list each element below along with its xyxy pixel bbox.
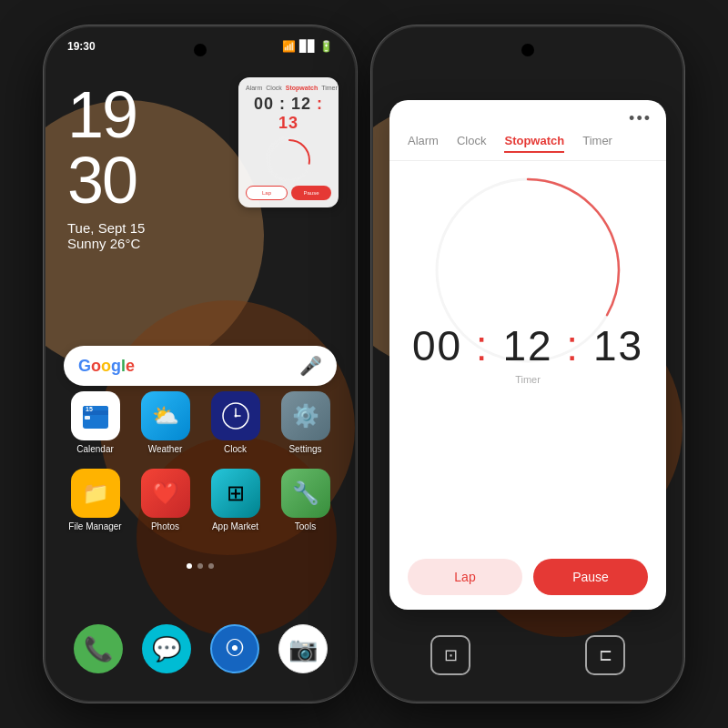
signal-icon: ▊▊ (299, 40, 316, 53)
home-hour: 19 (67, 78, 136, 151)
calendar-icon: 15 (71, 391, 120, 440)
navigation-bar: ⊡ ⊏ (373, 635, 682, 675)
clock-icon (211, 391, 260, 440)
sw-hours: 00 (412, 322, 462, 369)
dot-2 (197, 563, 203, 569)
tab-stopwatch[interactable]: Stopwatch (504, 134, 564, 153)
app-grid: 15 Calendar ⛅ Weather Clock ⚙️ Settings (60, 391, 340, 546)
market-label: App Market (212, 521, 258, 531)
page-dots (46, 563, 355, 569)
clock-main-content: 00 : 12 : 13 Timer (389, 161, 666, 544)
dot-3 (208, 563, 214, 569)
svg-rect-5 (85, 416, 90, 420)
mini-progress-circle (266, 136, 311, 182)
sw-seconds: 13 (593, 322, 643, 369)
photos-icon: ❤️ (141, 469, 190, 518)
tab-timer[interactable]: Timer (582, 134, 612, 153)
app-calendar[interactable]: 15 Calendar (66, 391, 125, 454)
app-tools[interactable]: 🔧 Tools (277, 469, 335, 531)
photos-label: Photos (151, 521, 179, 531)
weather-icon: ⛅ (141, 391, 190, 440)
home-minute: 30 (67, 144, 136, 217)
mini-buttons[interactable]: Lap Pause (246, 186, 331, 200)
filemanager-icon: 📁 (71, 469, 120, 518)
mini-tabs: Alarm Clock Stopwatch Timer (246, 85, 331, 91)
home-screen: 19:30 📶 ▊▊ 🔋 19 30 Tue, Sept 15 Sunny 26… (46, 27, 355, 701)
market-icon: ⊞ (211, 469, 260, 518)
sw-colon2: : (553, 322, 593, 369)
mini-tab-timer: Timer (321, 85, 338, 91)
mini-tab-alarm: Alarm (246, 85, 262, 91)
clock-app-screen: ••• Alarm Clock Stopwatch Timer 00 : 12 … (373, 27, 682, 701)
sw-label: Timer (515, 374, 541, 385)
home-date: Tue, Sept 15 Sunny 26°C (67, 220, 145, 251)
right-camera-hole (521, 44, 534, 56)
filemanager-label: File Manager (68, 521, 121, 531)
mini-tab-stopwatch: Stopwatch (286, 85, 318, 91)
clock-app-header: ••• (389, 100, 666, 134)
clock-label: Clock (224, 444, 247, 454)
app-market[interactable]: ⊞ App Market (207, 469, 265, 531)
mini-arc-svg (267, 137, 312, 183)
home-clock-widget: 19 30 Tue, Sept 15 Sunny 26°C (67, 82, 145, 251)
svg-text:15: 15 (86, 406, 93, 412)
weather-label: Weather (148, 444, 183, 454)
clock-tabs: Alarm Clock Stopwatch Timer (389, 134, 666, 161)
google-logo: Google (78, 357, 135, 376)
battery-icon: 🔋 (319, 40, 333, 53)
dock-browser[interactable]: ⦿ (210, 624, 259, 673)
app-settings[interactable]: ⚙️ Settings (277, 391, 335, 454)
sw-colon1: : (462, 322, 502, 369)
camera-hole (194, 44, 207, 56)
home-time: 19 30 (67, 82, 145, 213)
app-filemanager[interactable]: 📁 File Manager (66, 469, 125, 531)
lap-button[interactable]: Lap (408, 559, 522, 595)
status-icons: 📶 ▊▊ 🔋 (282, 40, 333, 53)
stopwatch-display: 00 : 12 : 13 (412, 321, 643, 370)
app-row-1: 15 Calendar ⛅ Weather Clock ⚙️ Settings (60, 391, 340, 454)
dock-camera[interactable]: 📷 (278, 624, 328, 673)
tools-icon: 🔧 (281, 469, 330, 518)
clock-action-buttons: Lap Pause (389, 544, 666, 610)
google-search-bar[interactable]: Google 🎤 (64, 346, 337, 386)
mini-lap-button[interactable]: Lap (246, 186, 288, 200)
dock-messages[interactable]: 💬 (142, 624, 191, 673)
mini-pause-button[interactable]: Pause (291, 186, 331, 200)
phone-right: ••• Alarm Clock Stopwatch Timer 00 : 12 … (373, 27, 682, 701)
app-photos[interactable]: ❤️ Photos (136, 469, 195, 531)
mini-stopwatch-widget: Alarm Clock Stopwatch Timer 00 : 12 : 13… (238, 77, 339, 207)
phone-left: 19:30 📶 ▊▊ 🔋 19 30 Tue, Sept 15 Sunny 26… (46, 27, 355, 701)
svg-point-10 (234, 415, 237, 418)
app-row-2: 📁 File Manager ❤️ Photos ⊞ App Market 🔧 … (60, 469, 340, 531)
dock-phone[interactable]: 📞 (74, 624, 123, 673)
nav-back[interactable]: ⊏ (585, 635, 625, 675)
sw-minutes: 12 (502, 322, 552, 369)
pause-button[interactable]: Pause (533, 559, 648, 595)
status-time: 19:30 (67, 40, 96, 53)
wifi-icon: 📶 (282, 40, 296, 53)
mini-time-display: 00 : 12 : 13 (246, 95, 331, 133)
mic-icon[interactable]: 🎤 (299, 355, 322, 377)
app-clock[interactable]: Clock (207, 391, 265, 454)
dot-1 (187, 563, 192, 569)
calendar-label: Calendar (76, 444, 114, 454)
more-options-icon[interactable]: ••• (629, 109, 652, 128)
app-weather[interactable]: ⛅ Weather (136, 391, 195, 454)
tab-alarm[interactable]: Alarm (408, 134, 439, 153)
mini-circle-container (246, 136, 331, 182)
tab-clock[interactable]: Clock (457, 134, 487, 153)
mini-tab-clock: Clock (266, 85, 282, 91)
dock: 📞 💬 ⦿ 📷 (64, 624, 337, 673)
nav-recent-apps[interactable]: ⊡ (430, 635, 470, 675)
tools-label: Tools (295, 521, 316, 531)
settings-label: Settings (288, 444, 321, 454)
clock-app-card: ••• Alarm Clock Stopwatch Timer 00 : 12 … (389, 100, 666, 610)
settings-icon: ⚙️ (281, 391, 330, 440)
